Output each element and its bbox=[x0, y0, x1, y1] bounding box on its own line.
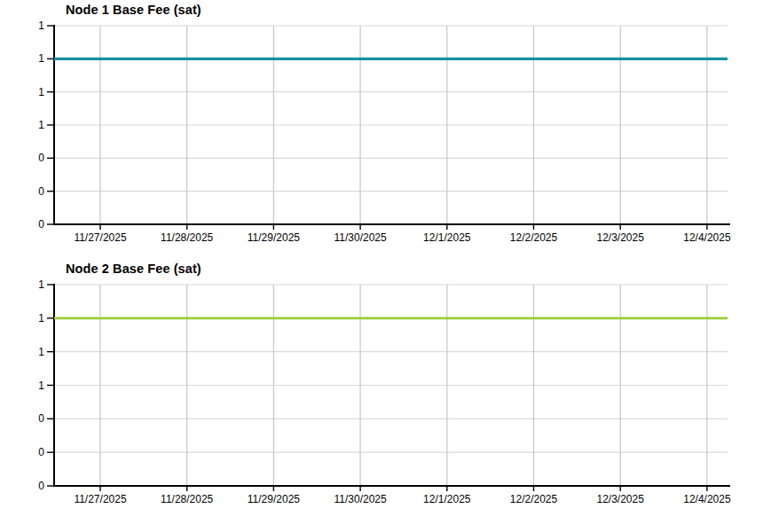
y-tick-label: 0 bbox=[38, 185, 44, 198]
x-tick-label: 12/3/2025 bbox=[597, 231, 645, 244]
y-tick-label: 1 bbox=[38, 52, 44, 65]
x-tick-label: 12/2/2025 bbox=[510, 231, 558, 244]
x-tick-label: 11/30/2025 bbox=[334, 231, 387, 244]
base-fee-charts-page: Node 1 Base Fee (sat) 11/27/202511/28/20… bbox=[0, 0, 763, 532]
x-tick-label: 11/29/2025 bbox=[248, 493, 300, 505]
x-tick-label: 11/28/2025 bbox=[161, 231, 213, 244]
y-tick-label: 1 bbox=[38, 278, 44, 291]
y-tick-label: 0 bbox=[38, 480, 44, 492]
y-tick-label: 1 bbox=[38, 346, 44, 358]
x-tick-label: 12/4/2025 bbox=[683, 231, 731, 244]
x-tick-label: 12/2/2025 bbox=[510, 493, 558, 505]
x-tick-label: 12/1/2025 bbox=[423, 493, 471, 505]
y-tick-label: 0 bbox=[38, 412, 44, 425]
y-tick-label: 1 bbox=[38, 86, 44, 98]
y-tick-label: 1 bbox=[38, 379, 44, 392]
y-tick-label: 1 bbox=[38, 312, 44, 325]
x-tick-label: 12/1/2025 bbox=[423, 231, 471, 244]
y-tick-label: 1 bbox=[38, 20, 44, 32]
chart-1-plot-area: 11/27/202511/28/202511/29/202511/30/2025… bbox=[0, 0, 763, 259]
x-tick-label: 11/28/2025 bbox=[161, 493, 213, 505]
x-tick-label: 11/30/2025 bbox=[334, 493, 387, 505]
x-tick-label: 11/27/2025 bbox=[74, 493, 126, 505]
y-tick-label: 0 bbox=[38, 446, 44, 458]
y-tick-label: 0 bbox=[38, 152, 44, 164]
chart-2-plot-area: 11/27/202511/28/202511/29/202511/30/2025… bbox=[0, 259, 763, 532]
y-tick-label: 0 bbox=[38, 218, 44, 231]
x-tick-label: 11/27/2025 bbox=[74, 231, 126, 244]
x-tick-label: 11/29/2025 bbox=[248, 231, 300, 244]
y-tick-label: 1 bbox=[38, 119, 44, 131]
x-tick-label: 12/4/2025 bbox=[683, 493, 731, 505]
x-tick-label: 12/3/2025 bbox=[597, 493, 645, 505]
